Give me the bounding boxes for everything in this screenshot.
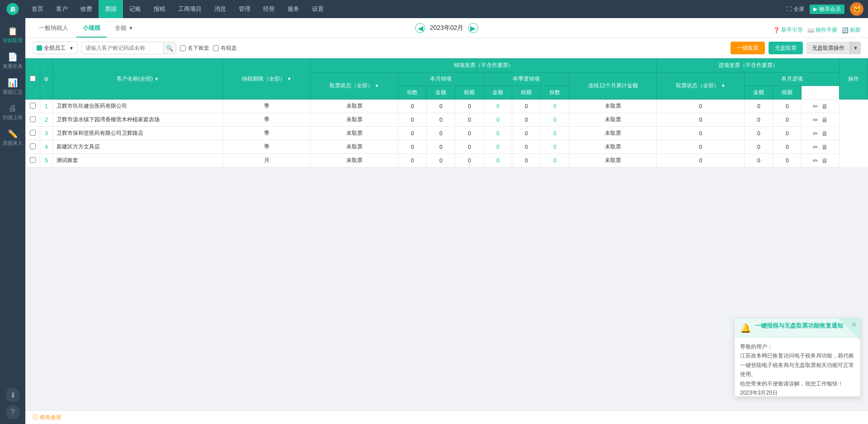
- nav-message[interactable]: 消息: [208, 0, 232, 18]
- row-sales-month-shares: 0: [398, 140, 427, 154]
- search-input[interactable]: [82, 42, 163, 54]
- row-checkbox-cell[interactable]: [26, 154, 40, 167]
- no-disk-operation-arrow-btn[interactable]: ▼: [850, 42, 861, 54]
- row-sales-month-tax: 0: [455, 140, 484, 154]
- user-avatar[interactable]: 🐱: [850, 2, 863, 16]
- toolbar-right: 一键取票 无盘取票 无盘取票操作 ▼: [731, 42, 861, 54]
- nav-invoice[interactable]: 票据: [99, 0, 123, 18]
- scan-upload-label: 扫描上传: [3, 114, 23, 121]
- date-next-btn[interactable]: ▶: [468, 23, 478, 33]
- tab-all-capable[interactable]: 全能 ▼: [108, 19, 140, 38]
- edit-icon[interactable]: ✏: [813, 103, 818, 110]
- nav-home[interactable]: 首页: [25, 0, 50, 18]
- manual-btn[interactable]: 📖 操作手册: [807, 26, 837, 34]
- notification-icon: 🔔: [740, 323, 751, 333]
- th-sales-fetch-status[interactable]: 取票状态（全部） ▼: [311, 72, 398, 100]
- date-prev-btn[interactable]: ◀: [415, 23, 425, 33]
- tab-general-taxpayer[interactable]: 一般纳税人: [33, 19, 75, 38]
- row-checkbox-cell[interactable]: [26, 140, 40, 154]
- row-customer-name: 卫辉市汲水镇下园湾香榧营木种植家庭农场: [53, 113, 223, 127]
- row-checkbox[interactable]: [30, 143, 36, 149]
- my-books-checkbox[interactable]: [180, 45, 186, 51]
- row-checkbox-cell[interactable]: [26, 100, 40, 113]
- sidebar-bottom: ⬇ ?: [5, 388, 20, 419]
- row-purchase-month-amount: 0: [745, 113, 773, 127]
- nav-business2[interactable]: 经营: [257, 0, 281, 18]
- tax-policy-icon: ⓘ: [33, 414, 38, 421]
- invoice-create-label: 发票开具: [3, 63, 23, 70]
- th-purchase-fetch-status[interactable]: 取票状态（全部） ▼: [657, 72, 745, 100]
- row-checkbox[interactable]: [30, 130, 36, 136]
- view-icon[interactable]: 🖥: [821, 143, 828, 151]
- sidebar-item-invoice-create[interactable]: 📄 发票开具: [1, 48, 24, 73]
- row-checkbox[interactable]: [30, 157, 36, 163]
- notification-close-btn[interactable]: ✕: [851, 321, 857, 328]
- row-purchase-fetch-status: 未取票: [569, 154, 657, 167]
- notification-text: 江苏政务网已恢复访问电子税务局功能，易代账一键登陆电子税务局与无盘取票相关功能可…: [740, 351, 855, 379]
- tax-policy-link[interactable]: ⓘ 税务政策: [33, 414, 61, 421]
- refresh-label: 刷新: [850, 26, 861, 34]
- vip-btn[interactable]: ▶ 畅享会员: [810, 5, 844, 14]
- sidebar-item-invoice-summary[interactable]: 📊 票据汇总: [1, 74, 24, 99]
- row-checkbox-cell[interactable]: [26, 127, 40, 140]
- row-sales-month-shares: 0: [398, 100, 427, 113]
- row-consecutive12: 0: [541, 154, 569, 167]
- nav-customer[interactable]: 客户: [50, 0, 74, 18]
- nav-bookkeeping[interactable]: 记账: [123, 0, 147, 18]
- sidebar-item-smart-fetch[interactable]: 📋 智能取票: [1, 23, 24, 48]
- notification-scroll[interactable]: 尊敬的用户： 江苏政务网已恢复访问电子税务局功能，易代账一键登陆电子税务局与无盘…: [735, 338, 860, 396]
- row-sales-month-amount: 0: [427, 127, 455, 140]
- view-icon[interactable]: 🖥: [821, 157, 828, 164]
- nav-tax[interactable]: 报税: [147, 0, 172, 18]
- nav-fee[interactable]: 收费: [74, 0, 99, 18]
- edit-icon[interactable]: ✏: [813, 130, 818, 137]
- table-row: 4 新建区方方文具店 季 未取票 0 0 0 0 0 0 未取票 0 0 0 ✏…: [26, 140, 868, 154]
- logo[interactable]: 易: [5, 1, 21, 17]
- sidebar-help-btn[interactable]: ?: [5, 405, 20, 419]
- refresh-btn[interactable]: 🔄 刷新: [842, 26, 861, 34]
- row-actions-cell: ✏ 🖥: [802, 140, 839, 154]
- edit-icon[interactable]: ✏: [813, 143, 818, 151]
- edit-icon[interactable]: ✏: [813, 116, 818, 124]
- nav-service[interactable]: 服务: [281, 0, 306, 18]
- row-sales-month-shares: 0: [398, 154, 427, 167]
- table-row: 5 测试账套 月 未取票 0 0 0 0 0 0 未取票 0 0 0 ✏ 🖥: [26, 154, 868, 167]
- fullscreen-label: 全屏: [793, 5, 804, 13]
- nav-settings[interactable]: 设置: [306, 0, 330, 18]
- tax-disk-checkbox[interactable]: [213, 45, 219, 51]
- nav-right-area: ⛶ 全屏 ▶ 畅享会员 🐱: [786, 2, 863, 16]
- row-checkbox-cell[interactable]: [26, 113, 40, 127]
- th-customer-name[interactable]: 客户名称(全部) ▼: [53, 59, 223, 100]
- nav-business[interactable]: 工商项目: [172, 0, 208, 18]
- sidebar-item-scan-upload[interactable]: 🖨 扫描上传: [1, 100, 24, 124]
- search-button[interactable]: 🔍: [163, 42, 176, 54]
- smart-fetch-icon: 📋: [8, 26, 18, 36]
- fullscreen-btn[interactable]: ⛶ 全屏: [786, 5, 804, 13]
- no-disk-fetch-button[interactable]: 无盘取票: [769, 42, 803, 54]
- no-disk-operation-main-btn[interactable]: 无盘取票操作: [807, 42, 850, 54]
- th-tax-period[interactable]: 纳税期限（全部） ▼: [223, 59, 311, 100]
- row-checkbox[interactable]: [30, 103, 36, 109]
- beginner-guide-btn[interactable]: ❓ 新手引导: [773, 26, 803, 34]
- view-icon[interactable]: 🖥: [821, 116, 828, 124]
- nav-manage[interactable]: 管理: [232, 0, 257, 18]
- row-index: 1: [40, 100, 53, 113]
- th-select-all[interactable]: [26, 59, 40, 100]
- sidebar-item-invoice-entry[interactable]: ✏️ 票据录入: [1, 125, 24, 150]
- table-row: 2 卫辉市汲水镇下园湾香榧营木种植家庭农场 季 未取票 0 0 0 0 0 0 …: [26, 113, 868, 127]
- edit-icon[interactable]: ✏: [813, 157, 818, 164]
- row-sales-fetch-status: 未取票: [311, 154, 398, 167]
- tab-small-scale[interactable]: 小规模: [76, 19, 107, 38]
- sidebar-download-btn[interactable]: ⬇: [5, 388, 20, 402]
- th-sales-quarter-amount: 金额: [484, 86, 512, 100]
- row-sales-quarter-tax: 0: [512, 100, 541, 113]
- employee-select[interactable]: 全部员工 ▼: [33, 42, 78, 54]
- row-checkbox[interactable]: [30, 116, 36, 122]
- row-index: 4: [40, 140, 53, 154]
- view-icon[interactable]: 🖥: [821, 103, 828, 110]
- one-key-fetch-button[interactable]: 一键取票: [731, 42, 765, 54]
- row-customer-name: 新建区方方文具店: [53, 140, 223, 154]
- row-sales-month-amount: 0: [427, 154, 455, 167]
- select-all-checkbox[interactable]: [30, 76, 36, 81]
- view-icon[interactable]: 🖥: [821, 130, 828, 137]
